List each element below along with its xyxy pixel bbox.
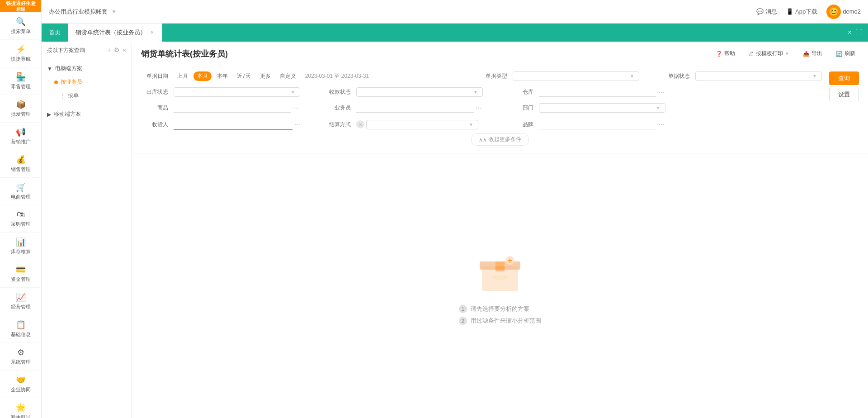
doc-type-label: 单据类型 <box>480 72 507 80</box>
doc-type-arrow-icon: ▼ <box>630 74 634 79</box>
settings-scheme-icon[interactable]: ⚙ <box>114 46 120 54</box>
salesman-input[interactable] <box>356 103 474 113</box>
doc-status-arrow-icon: ▼ <box>812 74 817 79</box>
group-arrow-collapsed-icon: ▶ <box>47 111 51 118</box>
sidebar-item-finance[interactable]: 💳资金管理 <box>0 260 41 288</box>
tab-close-icon[interactable]: × <box>150 28 155 37</box>
settlement-clear-icon[interactable]: × <box>356 120 364 128</box>
scheme-item-by-salesman[interactable]: 按业务员 <box>42 75 132 89</box>
sidebar-item-basic[interactable]: 📋基础信息 <box>0 315 41 343</box>
receiver-dots-icon[interactable]: ··· <box>294 120 300 128</box>
date-range-label: 2023-03-01 至 2023-03-31 <box>305 72 369 80</box>
date-tab-this-year[interactable]: 本年 <box>213 71 231 81</box>
doc-type-select[interactable]: ▼ <box>513 71 639 81</box>
sidebar-item-newbie[interactable]: 🌟新手引导 <box>0 398 41 418</box>
page-title: 销货单统计表(按业务员) <box>141 48 228 59</box>
scheme-sub-by-order[interactable]: ⋮ 按单 <box>42 89 132 102</box>
message-button[interactable]: 💬 消息 <box>756 8 777 16</box>
step-2-text: 用过滤条件来缩小分析范围 <box>471 317 541 325</box>
empty-step-2: 2 用过滤条件来缩小分析范围 <box>459 317 541 325</box>
out-status-select[interactable]: ▼ <box>174 87 300 97</box>
payment-status-select[interactable]: ▼ <box>356 87 483 97</box>
collapse-label: 收起更多条件 <box>489 136 521 143</box>
help-button[interactable]: ❓ 帮助 <box>712 48 739 59</box>
warehouse-input[interactable] <box>539 87 656 97</box>
filter-row-3: 商品 ··· 业务员 ··· 部门 <box>141 103 822 113</box>
sidebar-item-ecommerce[interactable]: 🛒电商管理 <box>0 178 41 205</box>
tab-home[interactable]: 首页 <box>42 24 68 42</box>
scheme-group-mobile-title[interactable]: ▶ 移动端方案 <box>42 108 132 121</box>
print-button[interactable]: 🖨 按模板打印 ▼ <box>745 48 793 59</box>
receiver-input[interactable] <box>174 119 282 128</box>
brand-input[interactable] <box>539 120 656 129</box>
page-header: 销货单统计表(按业务员) ❓ 帮助 🖨 按模板打印 ▼ 📤 导出 <box>132 42 868 64</box>
app-logo[interactable]: 畅捷通好生意 标版 <box>0 0 41 12</box>
sidebar-item-sales[interactable]: 💰销售管理 <box>0 150 41 178</box>
tab-sales-stat[interactable]: 销货单统计表（按业务员） × <box>68 24 162 42</box>
doc-status-control: ▼ <box>695 71 822 81</box>
settlement-select[interactable]: ▼ <box>366 120 478 129</box>
brand-dots-icon[interactable]: ··· <box>658 120 664 128</box>
query-button[interactable]: 查询 <box>829 71 859 85</box>
user-profile-button[interactable]: 😊 demo2 <box>826 5 861 19</box>
goods-label: 商品 <box>141 104 168 112</box>
doc-type-select-wrapper: ▼ <box>513 71 639 81</box>
scheme-item-label: 按业务员 <box>61 78 82 86</box>
tab-bar-right: × ⛶ <box>848 28 868 37</box>
export-label: 导出 <box>811 50 822 57</box>
sidebar-label-operations: 经营管理 <box>11 304 31 310</box>
date-tab-this-month[interactable]: 本月 <box>193 71 212 81</box>
payment-status-arrow-icon: ▼ <box>473 90 478 95</box>
add-scheme-icon[interactable]: + <box>107 46 111 54</box>
sidebar-item-quick-nav[interactable]: ⚡快捷导航 <box>0 40 41 67</box>
warehouse-dots-icon[interactable]: ··· <box>658 88 664 96</box>
settings-button[interactable]: 设置 <box>829 88 859 101</box>
purchase-icon: 🛍 <box>17 210 25 219</box>
sidebar-item-system[interactable]: ⚙系统管理 <box>0 343 41 370</box>
date-tab-more[interactable]: 更多 <box>256 71 274 81</box>
sidebar-item-purchase[interactable]: 🛍采购管理 <box>0 205 41 233</box>
collapse-scheme-icon[interactable]: « <box>123 46 126 54</box>
sidebar-item-cooperation[interactable]: 🤝企业协同 <box>0 370 41 398</box>
scheme-panel-actions: + ⚙ « <box>107 46 126 54</box>
collapse-button[interactable]: ∧∧ 收起更多条件 <box>471 133 529 146</box>
date-tab-custom[interactable]: 自定义 <box>276 71 300 81</box>
sidebar-item-marketing[interactable]: 📢营销推广 <box>0 123 41 150</box>
scheme-panel-title: 按以下方案查询 <box>47 47 85 54</box>
query-scheme-panel: 按以下方案查询 + ⚙ « ▼ 电脑端方案 按业务员 ⋮ <box>42 42 132 418</box>
refresh-icon: 🔄 <box>836 51 843 57</box>
quick-nav-icon: ⚡ <box>16 44 26 54</box>
sidebar-item-wholesale[interactable]: 📦批发管理 <box>0 95 41 123</box>
app-download-button[interactable]: 📱 App下载 <box>786 8 817 16</box>
tab-close-all-icon[interactable]: × <box>848 28 852 37</box>
collapse-chevron-icon: ∧∧ <box>479 137 487 143</box>
goods-dots-icon[interactable]: ··· <box>293 104 299 112</box>
brand-control: ··· <box>539 120 665 129</box>
scheme-group-desktop-title[interactable]: ▼ 电脑端方案 <box>42 62 132 75</box>
department-select[interactable]: ▼ <box>539 103 665 113</box>
newbie-icon: 🌟 <box>16 403 26 413</box>
sidebar-item-search[interactable]: 🔍搜索菜单 <box>0 12 41 40</box>
goods-input[interactable] <box>174 103 291 113</box>
date-tab-last-month[interactable]: 上月 <box>174 71 192 81</box>
department-arrow-icon: ▼ <box>656 105 660 110</box>
sidebar-item-inventory[interactable]: 📊库存核算 <box>0 233 41 260</box>
step-1-number: 1 <box>459 305 467 313</box>
workspace-selector[interactable]: 办公用品行业模拟账套 ▼ <box>49 8 117 16</box>
refresh-button[interactable]: 🔄 刷新 <box>832 48 859 59</box>
sidebar-label-cooperation: 企业协同 <box>11 386 31 393</box>
sidebar: 畅捷通好生意 标版 🔍搜索菜单⚡快捷导航🏪零售管理📦批发管理📢营销推广💰销售管理… <box>0 0 42 418</box>
filter-row-1-wrapper: 单据日期 上月 本月 本年 近7天 更多 自定义 20 <box>141 71 859 130</box>
doc-status-select[interactable]: ▼ <box>695 71 822 81</box>
salesman-dots-icon[interactable]: ··· <box>476 104 481 112</box>
system-icon: ⚙ <box>17 347 24 357</box>
date-tab-last7[interactable]: 近7天 <box>233 71 255 81</box>
salesman-label: 业务员 <box>324 104 351 112</box>
sidebar-item-retail[interactable]: 🏪零售管理 <box>0 67 41 95</box>
tab-expand-icon[interactable]: ⛶ <box>855 28 863 37</box>
filter-row-1: 单据日期 上月 本月 本年 近7天 更多 自定义 20 <box>141 71 822 81</box>
sidebar-item-operations[interactable]: 📈经营管理 <box>0 288 41 315</box>
sidebar-label-newbie: 新手引导 <box>11 414 31 418</box>
export-button[interactable]: 📤 导出 <box>799 48 826 59</box>
receiver-label: 收货人 <box>141 121 168 128</box>
